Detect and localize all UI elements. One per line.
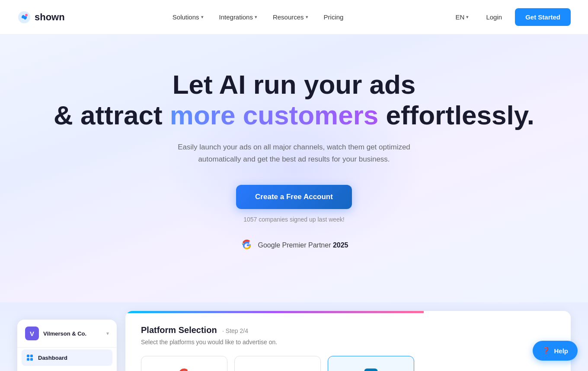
platform-card-meta[interactable]: [234, 356, 321, 371]
preview-section: V Vilmerson & Co. ▾ Dashboard Billing 12…: [0, 302, 588, 371]
linkedin-logo: [362, 367, 380, 371]
get-started-button[interactable]: Get Started: [515, 8, 571, 26]
svg-rect-7: [364, 368, 377, 371]
navbar: shown Solutions ▾ Integrations ▾ Resourc…: [0, 0, 588, 35]
avatar: V: [25, 327, 39, 340]
grid-icon: [26, 354, 34, 361]
logo-text: shown: [35, 12, 65, 23]
company-name: Vilmerson & Co.: [43, 330, 86, 337]
platform-step: · Step 2/4: [222, 327, 248, 334]
google-logo-icon: [240, 238, 254, 252]
create-account-button[interactable]: Create a Free Account: [236, 185, 352, 209]
chevron-down-icon: ▾: [466, 14, 469, 20]
signup-count: 1057 companies signed up last week!: [9, 216, 579, 223]
sidebar-company: V Vilmerson & Co.: [25, 327, 86, 340]
nav-right: EN ▾ Login Get Started: [451, 8, 571, 26]
sidebar-item-label: Dashboard: [38, 355, 67, 361]
chevron-down-icon: ▾: [255, 14, 257, 20]
language-selector[interactable]: EN ▾: [451, 10, 473, 24]
nav-links: Solutions ▾ Integrations ▾ Resources ▾ P…: [166, 10, 350, 24]
google-partner-text: Google Premier Partner 2025: [258, 241, 348, 249]
logo[interactable]: shown: [17, 10, 65, 24]
hero-headline: Let AI run your ads & attract more custo…: [9, 69, 579, 131]
help-button[interactable]: ❓ Help: [533, 341, 578, 361]
logo-icon: [17, 10, 31, 24]
platform-selection-panel: Platform Selection · Step 2/4 Select the…: [125, 313, 571, 371]
sidebar-item-dashboard[interactable]: Dashboard: [22, 349, 112, 366]
platform-title: Platform Selection: [141, 325, 217, 335]
svg-rect-4: [27, 358, 29, 361]
sidebar-header: V Vilmerson & Co. ▾: [17, 320, 117, 348]
sidebar-preview-card: V Vilmerson & Co. ▾ Dashboard Billing 12…: [17, 320, 117, 371]
platform-desc: Select the platforms you would like to a…: [141, 339, 555, 346]
nav-resources[interactable]: Resources ▾: [267, 10, 314, 24]
hero-section: Let AI run your ads & attract more custo…: [0, 35, 588, 302]
meta-logo: [269, 367, 286, 371]
chevron-down-icon: ▾: [106, 330, 109, 336]
login-button[interactable]: Login: [480, 10, 508, 24]
platform-card-linkedin[interactable]: [328, 356, 414, 371]
svg-rect-5: [30, 358, 33, 361]
help-label: Help: [554, 347, 568, 355]
chevron-down-icon: ▾: [201, 14, 204, 20]
svg-rect-3: [30, 355, 33, 357]
nav-pricing[interactable]: Pricing: [318, 10, 350, 24]
hero-subtext: Easily launch your ads on all major chan…: [164, 141, 424, 166]
svg-rect-2: [27, 355, 29, 357]
platform-card-google[interactable]: [141, 356, 227, 371]
chevron-down-icon: ▾: [306, 14, 308, 20]
platform-selection-header: Platform Selection · Step 2/4: [141, 325, 555, 335]
platform-cards: [141, 356, 555, 371]
google-ads-logo: [176, 367, 193, 371]
sidebar-item-billing[interactable]: Billing 124$: [17, 368, 117, 371]
nav-integrations[interactable]: Integrations ▾: [213, 10, 263, 24]
nav-solutions[interactable]: Solutions ▾: [166, 10, 210, 24]
help-icon: ❓: [542, 347, 550, 355]
svg-point-1: [25, 14, 28, 16]
google-partner-badge: Google Premier Partner 2025: [9, 238, 579, 252]
main-panel-card: Platform Selection · Step 2/4 Select the…: [125, 311, 571, 371]
